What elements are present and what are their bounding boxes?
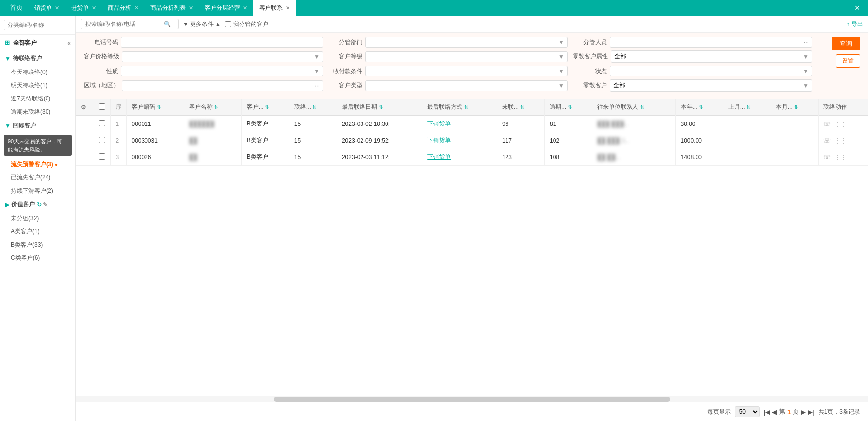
export-button[interactable]: ↑ 导出 [847,20,863,28]
row-checkbox[interactable] [99,120,105,126]
row-last-method[interactable]: 下销货单 [422,149,497,166]
nav-tab-0[interactable]: 销货单 ✕ [28,0,65,16]
col-last-date[interactable]: 最后联络日期 ⇅ [337,99,422,116]
payment-select[interactable]: ▼ [365,66,568,76]
action-more-icon[interactable]: ⋮⋮ [834,154,846,161]
edit-icon[interactable]: ✎ [43,201,48,208]
next-page-button[interactable]: ▶ [801,408,806,416]
filter-cell-price-grade: 客户价格等级 ▼ [84,51,328,62]
select-all-checkbox[interactable] [99,103,105,110]
col-type[interactable]: 客户... ⇅ [241,99,289,116]
settings-button[interactable]: 设置 [836,54,860,68]
close-icon[interactable]: ✕ [134,5,139,11]
sidebar-group-value-title[interactable]: ▶ 价值客户 ↻ ✎ [0,198,75,212]
horizontal-scrollbar[interactable] [76,396,868,402]
col-this-year[interactable]: 本年... ⇅ [675,99,723,116]
collapse-icon[interactable]: « [67,40,71,47]
nav-tab-3[interactable]: 商品分析列表 ✕ [145,0,199,16]
last-page-button[interactable]: ▶| [808,408,814,416]
scrollbar-thumb[interactable] [274,397,670,402]
col-name[interactable]: 客户名称 ⇅ [184,99,242,116]
close-icon[interactable]: ✕ [189,5,193,11]
sidebar-item-churn-warning[interactable]: 流失预警客户(3) ● [0,158,75,171]
all-customers-item[interactable]: ⊞ 全部客户 « [0,35,75,51]
sidebar-group-review-title[interactable]: ▼ 回顾客户 [0,119,75,133]
sidebar-item-a-class[interactable]: A类客户(1) [0,225,75,238]
sidebar-item-7days[interactable]: 近7天待联络(0) [0,92,75,105]
close-icon[interactable]: ✕ [55,5,59,11]
action-phone-icon[interactable]: ☏ [823,154,831,161]
prev-page-button[interactable]: ◀ [772,408,777,416]
row-action[interactable]: ☏ ⋮⋮ [818,116,868,132]
sidebar-item-c-class[interactable]: C类客户(6) [0,251,75,265]
last-method-link[interactable]: 下销货单 [427,153,451,160]
retail-select[interactable]: 全部 ▼ [610,79,812,92]
nature-select[interactable]: ▼ [121,66,323,76]
action-more-icon[interactable]: ⋮⋮ [834,121,846,127]
retail-attr-select[interactable]: 全部 ▼ [611,50,812,63]
dots-icon[interactable]: ··· [804,39,809,46]
more-conditions-button[interactable]: ▼ 更多条件 ▲ [183,20,221,28]
col-code[interactable]: 客户编码 ⇅ [126,99,184,116]
cust-grade-select[interactable]: ▼ [365,51,568,62]
row-action[interactable]: ☏ ⋮⋮ [818,132,868,149]
last-method-link[interactable]: 下销货单 [427,137,451,144]
row-last-method[interactable]: 下销货单 [422,132,497,149]
row-check-cell[interactable] [94,149,110,166]
row-check-cell[interactable] [94,116,110,132]
sidebar-search-input[interactable] [4,20,76,30]
phone-input[interactable] [121,37,323,48]
query-button[interactable]: 查询 [832,37,860,50]
nav-tab-4[interactable]: 客户分层经营 ✕ [199,0,253,16]
price-grade-select[interactable]: ▼ [122,51,323,62]
cust-type-select[interactable]: ▼ [365,80,568,91]
col-contact2[interactable]: 往来单位联系人 ⇅ [592,99,675,116]
sidebar-group-pending-title[interactable]: ▼ 待联络客户 [0,51,75,66]
nav-home[interactable]: 首页 [4,0,28,16]
sidebar-item-overdue[interactable]: 逾期未联络(30) [0,105,75,119]
dept-select[interactable]: ▼ [365,37,568,48]
sidebar-item-declining[interactable]: 持续下滑客户(2) [0,184,75,198]
last-method-link[interactable]: 下销货单 [427,120,451,127]
col-this-month[interactable]: 本月... ⇅ [771,99,818,116]
region-select[interactable]: ··· [122,80,323,91]
my-customers-checkbox[interactable]: 我分管的客户 [225,20,268,28]
search-icon[interactable]: 🔍 [164,21,171,27]
search-input[interactable] [85,21,164,27]
status-select[interactable]: ▼ [610,66,812,76]
row-checkbox[interactable] [99,137,105,143]
close-icon[interactable]: ✕ [243,5,247,11]
col-overdue[interactable]: 逾期... ⇅ [545,99,592,116]
nav-tab-1[interactable]: 进货单 ✕ [65,0,102,16]
dots-icon[interactable]: ··· [315,82,320,89]
col-last-method[interactable]: 最后联络方式 ⇅ [422,99,497,116]
close-icon[interactable]: ✕ [92,5,96,11]
sidebar-item-tomorrow[interactable]: 明天待联络(1) [0,79,75,92]
sidebar-item-churned[interactable]: 已流失客户(24) [0,171,75,184]
action-more-icon[interactable]: ⋮⋮ [834,137,846,144]
nav-tab-5[interactable]: 客户联系 ✕ [253,0,296,16]
col-contact[interactable]: 联络... ⇅ [289,99,337,116]
row-action[interactable]: ☏ ⋮⋮ [818,149,868,166]
col-last-month[interactable]: 上月... ⇅ [723,99,771,116]
col-check[interactable] [94,99,110,116]
per-page-select[interactable]: 50 100 200 [735,406,760,417]
row-last-method[interactable]: 下销货单 [422,116,497,132]
close-icon[interactable]: ✕ [286,5,290,11]
col-gear[interactable]: ⚙ [76,99,94,116]
person-select[interactable]: ··· [610,37,812,48]
close-all-button[interactable]: ✕ [850,4,864,12]
gear-icon[interactable]: ⚙ [81,104,86,111]
col-uncontact[interactable]: 未联... ⇅ [497,99,544,116]
action-phone-icon[interactable]: ☏ [823,137,831,144]
nav-tab-2[interactable]: 商品分析 ✕ [102,0,145,16]
row-checkbox[interactable] [99,153,105,160]
first-page-button[interactable]: |◀ [764,408,770,416]
sidebar-item-ungroup[interactable]: 未分组(32) [0,212,75,225]
refresh-icon[interactable]: ↻ [37,201,42,208]
sidebar-item-b-class[interactable]: B类客户(33) [0,238,75,251]
my-customers-check[interactable] [225,21,231,27]
row-check-cell[interactable] [94,132,110,149]
action-phone-icon[interactable]: ☏ [823,121,831,127]
sidebar-item-today[interactable]: 今天待联络(0) [0,66,75,79]
